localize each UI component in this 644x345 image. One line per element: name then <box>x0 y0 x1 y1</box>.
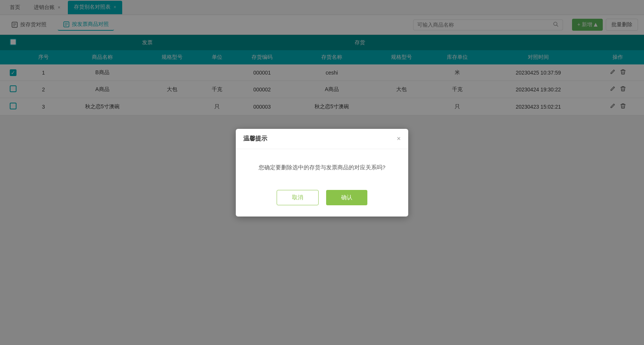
dialog-overlay: 温馨提示 × 您确定要删除选中的存货与发票商品的对应关系吗? 取消 确认 <box>0 0 644 115</box>
